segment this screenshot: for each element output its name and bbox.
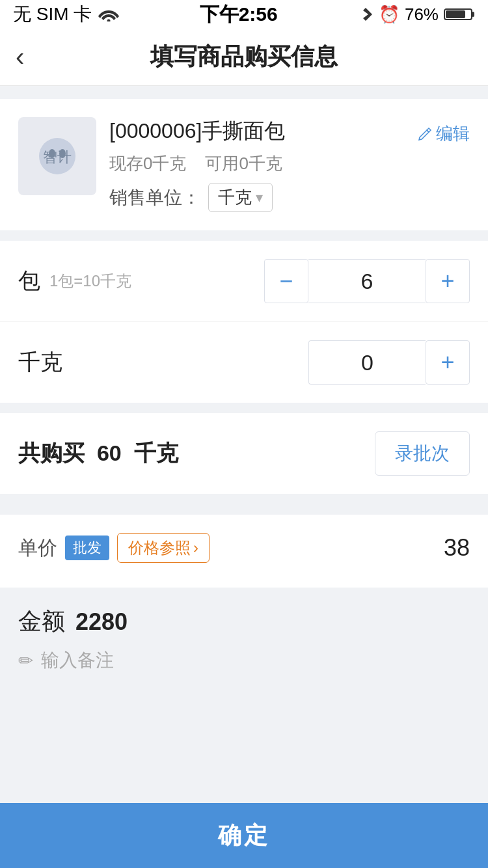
amount-section: 金额 2280 ✏ 输入备注 xyxy=(0,588,488,686)
unit-selector[interactable]: 千克 ▾ xyxy=(208,183,273,212)
ref-arrow-icon: › xyxy=(193,539,198,557)
battery-text: 76% xyxy=(405,5,439,25)
price-label: 单价 批发 价格参照 › xyxy=(18,533,210,563)
svg-marker-1 xyxy=(363,8,372,21)
product-name: [0000006]手撕面包 xyxy=(109,117,470,146)
kg-increase-button[interactable]: + xyxy=(426,340,470,385)
kg-input[interactable] xyxy=(308,340,426,385)
svg-point-0 xyxy=(107,20,111,22)
bao-decrease-button[interactable]: − xyxy=(264,259,308,303)
back-button[interactable]: ‹ xyxy=(16,42,24,72)
quantity-row-kg: 千克 + xyxy=(0,322,488,403)
battery-icon xyxy=(444,7,475,22)
price-value: 38 xyxy=(444,534,470,562)
bao-control: − + xyxy=(264,259,470,303)
price-ref-button[interactable]: 价格参照 › xyxy=(117,533,210,563)
dropdown-arrow-icon: ▾ xyxy=(256,189,263,206)
note-placeholder[interactable]: 输入备注 xyxy=(41,648,114,673)
kg-label: 千克 xyxy=(18,347,62,377)
svg-point-7 xyxy=(49,149,55,158)
total-section: 共购买 60 千克 录批次 xyxy=(0,413,488,494)
wifi-icon xyxy=(98,7,119,21)
bao-input[interactable] xyxy=(308,259,426,303)
product-unit: 销售单位： 千克 ▾ xyxy=(109,183,470,212)
svg-point-8 xyxy=(59,149,66,158)
note-icon: ✏ xyxy=(18,650,33,671)
status-right: ⏰ 76% xyxy=(358,5,475,25)
nav-bar: ‹ 填写商品购买信息 xyxy=(0,29,488,86)
sim-indicator: 无 SIM 卡 xyxy=(13,2,92,27)
edit-icon xyxy=(418,127,432,141)
total-text: 共购买 60 千克 xyxy=(18,439,178,468)
location-icon xyxy=(358,7,373,22)
price-badge: 批发 xyxy=(65,536,109,560)
amount-row: 金额 2280 xyxy=(18,606,470,638)
price-section: 单价 批发 价格参照 › 38 xyxy=(0,515,488,588)
batch-button[interactable]: 录批次 xyxy=(375,431,470,476)
product-logo: 智计 xyxy=(38,137,77,176)
kg-control: + xyxy=(308,340,470,385)
product-stock: 现存0千克 可用0千克 xyxy=(109,152,470,175)
page-title: 填写商品购买信息 xyxy=(150,41,338,73)
svg-rect-4 xyxy=(446,10,465,18)
status-left: 无 SIM 卡 xyxy=(13,2,119,27)
product-image: 智计 xyxy=(18,117,96,195)
bao-label: 包 1包=10千克 xyxy=(18,266,131,296)
product-info: [0000006]手撕面包 现存0千克 可用0千克 销售单位： 千克 ▾ xyxy=(109,117,470,212)
amount-value: 2280 xyxy=(75,608,128,636)
edit-button[interactable]: 编辑 xyxy=(418,122,470,145)
svg-text:智计: 智计 xyxy=(43,149,72,165)
quantity-row-bao: 包 1包=10千克 − + xyxy=(0,241,488,322)
product-card: 智计 [0000006]手撕面包 现存0千克 可用0千克 销售单位： 千克 ▾ xyxy=(0,99,488,230)
note-row[interactable]: ✏ 输入备注 xyxy=(18,648,470,673)
bao-increase-button[interactable]: + xyxy=(426,259,470,303)
confirm-button[interactable]: 确定 xyxy=(0,803,488,868)
svg-rect-3 xyxy=(472,12,474,17)
status-time: 下午2:56 xyxy=(200,1,278,28)
quantity-section: 包 1包=10千克 − + 千克 + xyxy=(0,241,488,403)
total-amount: 60 xyxy=(97,441,122,465)
clock-icon: ⏰ xyxy=(379,5,400,25)
status-bar: 无 SIM 卡 下午2:56 ⏰ 76% xyxy=(0,0,488,29)
price-row: 单价 批发 价格参照 › 38 xyxy=(18,533,470,563)
